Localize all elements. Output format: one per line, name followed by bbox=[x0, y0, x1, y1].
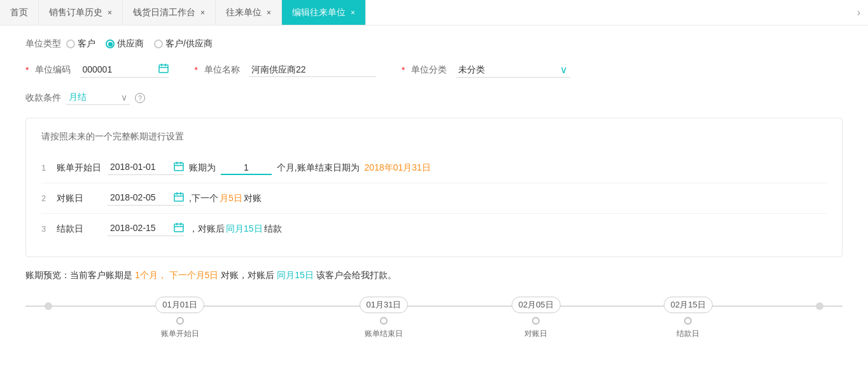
unit-code-icon[interactable] bbox=[158, 63, 169, 75]
svg-rect-1 bbox=[174, 163, 183, 171]
unit-info-row: * 单位编码 * 单位名称 * 单位分类 未分类 ∨ bbox=[25, 62, 843, 78]
setting-row-2: 2 对账日 ,下一个月5日对账 bbox=[41, 183, 827, 214]
payment-date-input[interactable] bbox=[108, 222, 171, 234]
radio-supplier-circle bbox=[106, 39, 115, 48]
unit-code-label: 单位编码 bbox=[35, 64, 71, 76]
timeline-node-4: 02月15日 结款日 bbox=[664, 297, 713, 339]
timeline-wrapper: 01月01日 账单开始日 01月31日 账单结束日 02月05日 对账日 bbox=[25, 297, 843, 339]
unit-type-row: 单位类型 客户 供应商 客户/供应商 bbox=[25, 38, 843, 50]
payment-terms-value: 月结 bbox=[69, 92, 116, 103]
timeline-badge-3: 02月05日 bbox=[512, 297, 561, 313]
radio-supplier[interactable]: 供应商 bbox=[106, 38, 144, 50]
timeline-label-1: 账单开始日 bbox=[161, 328, 199, 339]
preview-part2: 下一个月5日 bbox=[169, 270, 219, 280]
tab-cash-workbench[interactable]: 钱货日清工作台 × bbox=[123, 0, 216, 25]
unit-name-label: 单位名称 bbox=[204, 64, 240, 76]
unit-code-required: * bbox=[25, 65, 29, 75]
preview-part1: 1个月， bbox=[135, 270, 167, 280]
unit-category-select[interactable]: 未分类 ∨ bbox=[456, 62, 570, 78]
tab-partner-units[interactable]: 往来单位 × bbox=[216, 0, 282, 25]
period-input[interactable] bbox=[221, 161, 272, 175]
unit-name-required: * bbox=[194, 65, 197, 75]
row-desc-2: ,下一个月5日对账 bbox=[189, 193, 262, 204]
radio-customer[interactable]: 客户 bbox=[66, 38, 95, 50]
timeline-badge-1: 01月01日 bbox=[155, 297, 204, 313]
section-hint: 请按照未来的一个完整帐期进行设置 bbox=[41, 131, 827, 143]
tab-scroll-arrow[interactable]: › bbox=[850, 7, 868, 18]
timeline-spacer-0 bbox=[52, 306, 155, 307]
timeline-node-3: 02月05日 对账日 bbox=[512, 297, 561, 339]
payment-terms-select[interactable]: 月结 ∨ bbox=[66, 90, 130, 105]
timeline-spacer-3 bbox=[561, 306, 664, 307]
timeline-label-4: 结款日 bbox=[676, 328, 699, 339]
payment-terms-label: 收款条件 bbox=[25, 92, 61, 104]
tab-sales-order-history[interactable]: 销售订单历史 × bbox=[39, 0, 123, 25]
row-type-2: 对账日 bbox=[57, 193, 108, 204]
unit-type-radio-group: 客户 供应商 客户/供应商 bbox=[66, 38, 213, 50]
svg-rect-3 bbox=[174, 224, 183, 232]
svg-rect-0 bbox=[159, 65, 168, 73]
tab-edit-partner[interactable]: 编辑往来单位 × bbox=[282, 0, 366, 25]
radio-customer-circle bbox=[66, 39, 75, 48]
setting-row-1: 1 账单开始日 账期为 个月,账单结束日期为 2018年01月31日 bbox=[41, 153, 827, 183]
recon-date-input[interactable] bbox=[108, 191, 171, 204]
row-desc-3: ，对账后同月15日结款 bbox=[189, 223, 282, 235]
timeline-label-2: 账单结束日 bbox=[365, 328, 403, 339]
unit-name-group: * 单位名称 bbox=[194, 64, 375, 77]
payment-terms-arrow: ∨ bbox=[121, 92, 127, 102]
timeline-spacer-4 bbox=[713, 306, 816, 307]
setting-row-3: 3 结款日 ，对账后同月15日结款 bbox=[41, 214, 827, 244]
payment-terms-help[interactable]: ? bbox=[135, 93, 145, 103]
timeline-dot-4 bbox=[684, 317, 692, 325]
payment-terms-row: 收款条件 月结 ∨ ? bbox=[25, 90, 843, 105]
timeline-start-dot bbox=[45, 302, 52, 310]
period-end-date: 2018年01月31日 bbox=[365, 162, 431, 174]
row-type-1: 账单开始日 bbox=[57, 162, 108, 174]
unit-category-value: 未分类 bbox=[458, 64, 560, 76]
timeline-end-dot bbox=[816, 302, 823, 310]
radio-both-circle bbox=[154, 39, 163, 48]
unit-code-input[interactable] bbox=[80, 63, 156, 76]
settings-section: 请按照未来的一个完整帐期进行设置 1 账单开始日 账期为 个月,账单结束日期为 … bbox=[25, 118, 843, 257]
timeline-node-2: 01月31日 账单结束日 bbox=[360, 297, 409, 339]
row-date-3 bbox=[108, 222, 184, 236]
timeline-dot-3 bbox=[532, 317, 540, 325]
row-type-3: 结款日 bbox=[57, 223, 108, 235]
tabs-bar: 首页 销售订单历史 × 钱货日清工作台 × 往来单位 × 编辑往来单位 × › bbox=[0, 0, 868, 25]
recon-date-calendar-icon[interactable] bbox=[174, 192, 184, 204]
row-number-1: 1 bbox=[41, 163, 57, 172]
tab-home[interactable]: 首页 bbox=[0, 0, 39, 25]
timeline-dot-1 bbox=[176, 317, 184, 325]
row-date-2 bbox=[108, 191, 184, 206]
unit-category-arrow: ∨ bbox=[560, 64, 568, 76]
timeline-node-1: 01月01日 账单开始日 bbox=[155, 297, 204, 339]
close-tab-edit-partner[interactable]: × bbox=[351, 8, 355, 17]
payment-date-calendar-icon[interactable] bbox=[174, 222, 184, 234]
close-tab-sales-order-history[interactable]: × bbox=[108, 8, 112, 17]
timeline-label-3: 对账日 bbox=[524, 328, 547, 339]
close-tab-partner-units[interactable]: × bbox=[267, 8, 271, 17]
unit-name-input[interactable] bbox=[249, 64, 376, 77]
timeline-dot-2 bbox=[380, 317, 388, 325]
timeline-badge-2: 01月31日 bbox=[360, 297, 409, 313]
row-number-3: 3 bbox=[41, 224, 57, 234]
main-content: 单位类型 客户 供应商 客户/供应商 * 单位编码 bbox=[0, 25, 868, 387]
unit-category-required: * bbox=[402, 65, 405, 75]
row-number-2: 2 bbox=[41, 194, 57, 203]
unit-code-input-wrapper bbox=[80, 63, 169, 78]
radio-both[interactable]: 客户/供应商 bbox=[154, 38, 213, 50]
unit-category-label: 单位分类 bbox=[411, 64, 447, 76]
timeline-nodes: 01月01日 账单开始日 01月31日 账单结束日 02月05日 对账日 bbox=[45, 297, 823, 339]
preview-part3: 同月15日 bbox=[277, 270, 314, 280]
row-desc-1: 账期为 个月,账单结束日期为 2018年01月31日 bbox=[189, 161, 431, 175]
timeline-spacer-1 bbox=[204, 306, 359, 307]
preview-text: 账期预览：当前客户账期是 1个月， 下一个月5日 对账，对账后 同月15日 该客… bbox=[25, 270, 843, 281]
unit-category-group: * 单位分类 未分类 ∨ bbox=[402, 62, 570, 78]
unit-type-label: 单位类型 bbox=[25, 38, 61, 50]
row-date-1 bbox=[108, 160, 184, 175]
close-tab-cash-workbench[interactable]: × bbox=[200, 8, 205, 17]
timeline-badge-4: 02月15日 bbox=[664, 297, 713, 313]
start-date-input[interactable] bbox=[108, 160, 171, 173]
start-date-calendar-icon[interactable] bbox=[174, 161, 184, 173]
svg-rect-2 bbox=[174, 194, 183, 201]
